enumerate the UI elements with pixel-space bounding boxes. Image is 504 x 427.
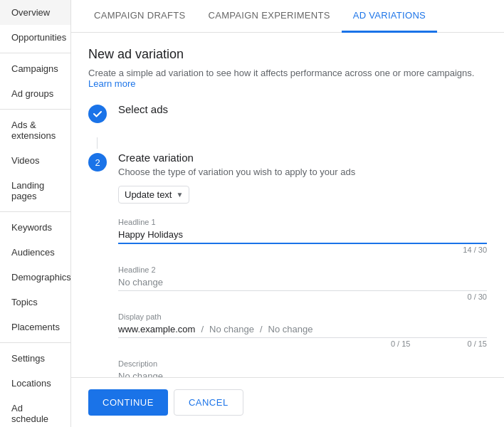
sidebar-item-opportunities[interactable]: Opportunities xyxy=(0,25,70,50)
main-panel: Campaign Drafts Campaign Experiments Ad … xyxy=(71,0,504,427)
display-path-base: www.example.com xyxy=(118,324,195,334)
step-2: 2 Create variation Choose the type of va… xyxy=(88,152,487,377)
sidebar-item-ad-schedule[interactable]: Ad schedule xyxy=(0,396,70,427)
sidebar-item-campaigns[interactable]: Campaigns xyxy=(0,56,70,81)
step-1-title: Select ads xyxy=(118,103,487,115)
sidebar-item-locations[interactable]: Locations xyxy=(0,371,70,396)
display-path-seg2[interactable]: No change xyxy=(268,324,313,334)
content-area: New ad variation Create a simple ad vari… xyxy=(71,33,504,377)
sidebar-divider-1 xyxy=(0,53,70,53)
sidebar-item-settings[interactable]: Settings xyxy=(0,346,70,371)
sidebar-item-landing-pages[interactable]: Landing pages xyxy=(0,173,70,209)
cancel-button[interactable]: CANCEL xyxy=(174,389,243,416)
display-path-seg1[interactable]: No change xyxy=(209,324,254,334)
headline1-underline xyxy=(118,243,487,244)
sidebar-item-keywords[interactable]: Keywords xyxy=(0,215,70,240)
sidebar-item-videos[interactable]: Videos xyxy=(0,148,70,173)
sidebar-item-topics[interactable]: Topics xyxy=(0,290,70,315)
tab-campaign-drafts[interactable]: Campaign Drafts xyxy=(83,0,197,33)
step-connector xyxy=(97,137,98,149)
sidebar: Overview Opportunities Campaigns Ad grou… xyxy=(0,0,71,427)
step-2-subtitle: Choose the type of variation you wish to… xyxy=(118,167,487,177)
display-path-sep2: / xyxy=(260,324,263,334)
sidebar-item-audiences[interactable]: Audiences xyxy=(0,240,70,265)
step-2-content: Create variation Choose the type of vari… xyxy=(118,152,487,377)
step-2-number: 2 xyxy=(95,157,100,168)
sidebar-item-ad-groups[interactable]: Ad groups xyxy=(0,81,70,106)
sidebar-item-demographics[interactable]: Demographics xyxy=(0,265,70,290)
chevron-down-icon: ▼ xyxy=(177,191,184,199)
headline1-label: Headline 1 xyxy=(118,218,487,226)
sidebar-divider-2 xyxy=(0,109,70,110)
learn-more-link[interactable]: Learn more xyxy=(88,78,135,89)
headline2-field: Headline 2 No change 0 / 30 xyxy=(118,265,487,301)
sidebar-item-ads-extensions[interactable]: Ads & extensions xyxy=(0,112,70,148)
step-1-content: Select ads xyxy=(118,103,487,118)
sidebar-divider-3 xyxy=(0,211,70,212)
step-1: Select ads xyxy=(88,103,487,123)
display-path-label: Display path xyxy=(118,312,487,321)
headline2-value[interactable]: No change xyxy=(118,277,487,288)
display-path-counter1: 0 / 15 xyxy=(391,339,411,348)
display-path-row: www.example.com / No change / No change xyxy=(118,324,487,334)
step-2-title: Create variation xyxy=(118,152,487,164)
step-1-indicator xyxy=(88,105,107,123)
continue-button[interactable]: CONTINUE xyxy=(88,389,168,416)
display-path-underline xyxy=(118,337,487,338)
headline2-label: Headline 2 xyxy=(118,265,487,274)
step-2-indicator: 2 xyxy=(88,153,107,172)
tab-ad-variations[interactable]: Ad Variations xyxy=(342,0,437,33)
headline1-value[interactable]: Happy Holidays xyxy=(118,229,487,240)
display-path-counters: 0 / 15 0 / 15 xyxy=(118,339,487,348)
action-bar: CONTINUE CANCEL xyxy=(71,377,504,427)
headline1-field: Headline 1 Happy Holidays 14 / 30 xyxy=(118,218,487,254)
checkmark-icon xyxy=(93,109,103,119)
dropdown-label: Update text xyxy=(125,189,172,200)
sidebar-divider-4 xyxy=(0,342,70,343)
variation-type-dropdown[interactable]: Update text ▼ xyxy=(118,186,189,204)
headline1-counter: 14 / 30 xyxy=(118,246,487,254)
description-value[interactable]: No change xyxy=(118,371,487,377)
description-field: Description No change 0 / 80 xyxy=(118,359,487,377)
tab-campaign-experiments[interactable]: Campaign Experiments xyxy=(197,0,342,33)
page-description: Create a simple ad variation to see how … xyxy=(88,68,487,89)
description-label: Description xyxy=(118,359,487,368)
page-title: New ad variation xyxy=(88,47,487,62)
display-path-sep1: / xyxy=(201,324,204,334)
display-path-counter2: 0 / 15 xyxy=(467,339,487,348)
sidebar-item-overview[interactable]: Overview xyxy=(0,0,70,25)
sidebar-item-placements[interactable]: Placements xyxy=(0,315,70,339)
tab-bar: Campaign Drafts Campaign Experiments Ad … xyxy=(71,0,504,33)
headline2-underline xyxy=(118,290,487,291)
headline2-counter: 0 / 30 xyxy=(118,292,487,301)
display-path-field: Display path www.example.com / No change… xyxy=(118,312,487,348)
